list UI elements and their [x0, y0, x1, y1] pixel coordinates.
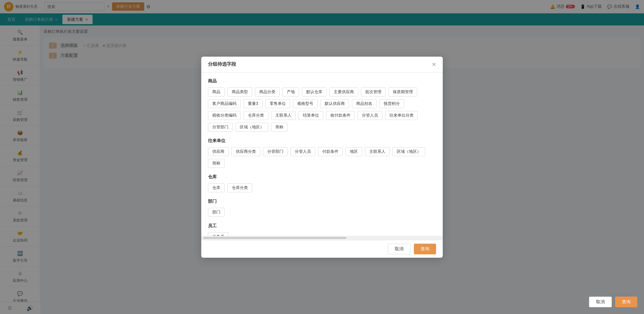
- bottom-cancel-button[interactable]: 取消: [589, 297, 612, 307]
- section-partner: 往来单位 供应商 供应商分类 分管部门 分管人员 付款条件 地区 主联系人 区域…: [208, 138, 436, 168]
- field-tag-partner-dept[interactable]: 分管部门: [263, 147, 288, 156]
- modal-footer: 取消 查询: [201, 240, 443, 258]
- field-tag-product-batch[interactable]: 批次管理: [361, 87, 386, 97]
- field-tag-product-product[interactable]: 商品: [208, 87, 225, 97]
- section-product-title: 商品: [208, 78, 436, 84]
- field-tag-partner-area[interactable]: 区域（地区）: [392, 147, 425, 156]
- modal-horizontal-scrollbar[interactable]: [201, 236, 443, 240]
- field-tag-product-warehouse-category[interactable]: 仓库分类: [244, 111, 268, 120]
- bottom-confirm-button[interactable]: 查询: [615, 297, 637, 307]
- section-product-tags: 商品 商品类型 商品分类 产地 默认仓库 主要供应商 批次管理 保质期管理 客户…: [208, 87, 436, 132]
- bottom-action-bar: 取消 查询: [589, 297, 637, 307]
- field-tag-product-settlement-unit[interactable]: 结算单位: [299, 111, 323, 120]
- section-employee: 员工 业务员: [208, 223, 436, 236]
- field-tag-product-pick-points[interactable]: 拣货积分: [379, 99, 404, 108]
- field-tag-product-customer-code[interactable]: 客户商品编码: [208, 99, 241, 108]
- field-tag-product-manager[interactable]: 分管人员: [358, 111, 382, 120]
- section-partner-title: 往来单位: [208, 138, 436, 144]
- field-tag-product-default-supplier[interactable]: 默认供应商: [320, 99, 349, 108]
- section-employee-title: 员工: [208, 223, 436, 229]
- field-tag-partner-region[interactable]: 地区: [345, 147, 362, 156]
- field-tag-product-tax-code[interactable]: 税收分类编码: [208, 111, 241, 120]
- field-tag-product-main-contact[interactable]: 主联系人: [271, 111, 296, 120]
- section-product: 商品 商品 商品类型 商品分类 产地 默认仓库 主要供应商 批次管理 保质期管理…: [208, 78, 436, 132]
- field-tag-product-spec-model[interactable]: 规格型号: [293, 99, 318, 108]
- field-tag-partner-supplier-category[interactable]: 供应商分类: [231, 147, 260, 156]
- field-tag-product-default-warehouse[interactable]: 默认仓库: [302, 87, 327, 97]
- modal-hscroll-thumb[interactable]: [203, 237, 346, 239]
- field-tag-product-short-name[interactable]: 简称: [271, 123, 288, 132]
- field-tag-product-category[interactable]: 商品分类: [255, 87, 280, 97]
- section-dept-title: 部门: [208, 198, 436, 204]
- section-dept: 部门 部门: [208, 198, 436, 217]
- field-tag-product-shelf-life[interactable]: 保质期管理: [388, 87, 417, 97]
- section-employee-tags: 业务员: [208, 232, 436, 236]
- modal-header: 分组待选字段 ✕: [201, 57, 443, 73]
- section-dept-tags: 部门: [208, 208, 436, 217]
- modal-overlay: 分组待选字段 ✕ 商品 商品 商品类型 商品分类 产地 默认仓库 主要供应商 批…: [0, 0, 644, 314]
- field-tag-dept-dept[interactable]: 部门: [208, 208, 225, 217]
- section-warehouse-title: 仓库: [208, 174, 436, 180]
- field-tag-warehouse-warehouse[interactable]: 仓库: [208, 183, 225, 192]
- cancel-button[interactable]: 取消: [388, 244, 411, 254]
- modal-title: 分组待选字段: [208, 61, 236, 67]
- modal-body: 商品 商品 商品类型 商品分类 产地 默认仓库 主要供应商 批次管理 保质期管理…: [201, 73, 443, 236]
- confirm-button[interactable]: 查询: [414, 244, 436, 254]
- field-tag-product-type[interactable]: 商品类型: [227, 87, 252, 97]
- field-tag-employee-salesperson[interactable]: 业务员: [208, 232, 229, 236]
- field-tag-product-dept[interactable]: 分管部门: [208, 123, 233, 132]
- field-tag-partner-manager[interactable]: 分管人员: [290, 147, 315, 156]
- field-tag-product-partner-category[interactable]: 往来单位分类: [385, 111, 418, 120]
- field-tag-product-origin[interactable]: 产地: [282, 87, 299, 97]
- field-tag-product-region[interactable]: 区域（地区）: [235, 123, 268, 132]
- modal-field-select: 分组待选字段 ✕ 商品 商品 商品类型 商品分类 产地 默认仓库 主要供应商 批…: [201, 57, 443, 258]
- section-partner-tags: 供应商 供应商分类 分管部门 分管人员 付款条件 地区 主联系人 区域（地区） …: [208, 147, 436, 168]
- field-tag-product-retail-unit[interactable]: 零售单位: [265, 99, 290, 108]
- field-tag-partner-supplier[interactable]: 供应商: [208, 147, 229, 156]
- field-tag-product-payment-terms[interactable]: 收付款条件: [326, 111, 355, 120]
- field-tag-partner-main-contact[interactable]: 主联系人: [365, 147, 390, 156]
- field-tag-partner-short-name[interactable]: 简称: [208, 159, 225, 168]
- field-tag-warehouse-category[interactable]: 仓库分类: [227, 183, 252, 192]
- section-warehouse: 仓库 仓库 仓库分类: [208, 174, 436, 192]
- field-tag-product-main-supplier[interactable]: 主要供应商: [329, 87, 358, 97]
- field-tag-partner-payment-terms[interactable]: 付款条件: [318, 147, 343, 156]
- field-tag-product-alias[interactable]: 商品别名: [352, 99, 377, 108]
- section-warehouse-tags: 仓库 仓库分类: [208, 183, 436, 192]
- modal-close-btn[interactable]: ✕: [432, 61, 436, 68]
- field-tag-product-weight3[interactable]: 重量3: [244, 99, 263, 108]
